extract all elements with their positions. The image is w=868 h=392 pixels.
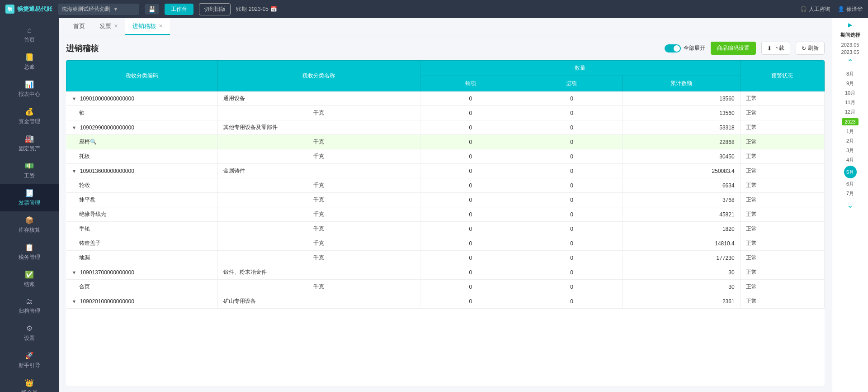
expand-icon[interactable]: ▼: [72, 270, 77, 275]
close-icon[interactable]: ✕: [159, 23, 163, 29]
sidebar-item-archive[interactable]: 🗂 归档管理: [0, 293, 59, 320]
td-warning: 正常: [740, 164, 824, 178]
right-panel: ▶ 期间选择 2023.05 2023.05 ⌃ 8月 9月 10月 11月 1…: [832, 18, 868, 392]
period-item-3[interactable]: 3月: [844, 146, 856, 155]
period-item-1[interactable]: 1月: [844, 127, 856, 136]
td-purchase: 0: [521, 280, 623, 294]
company-selector[interactable]: 沈海英测试经营勿删 ▼: [58, 4, 139, 15]
period-item-12[interactable]: 12月: [843, 107, 857, 117]
td-purchase: 0: [521, 149, 623, 164]
settings-icon: ⚙: [26, 324, 33, 333]
expand-toggle[interactable]: [665, 44, 681, 53]
td-sale: 0: [420, 178, 521, 193]
switch-version-button[interactable]: 切到旧版: [199, 3, 231, 15]
period-item-5-active[interactable]: 5月: [844, 166, 857, 178]
td-purchase: 0: [521, 207, 623, 222]
table-row: ▼ 109010000000000000 通用设备 0 0 13560 正常: [66, 91, 825, 106]
sidebar-item-invoice[interactable]: 🧾 发票管理: [0, 184, 59, 211]
expand-icon[interactable]: ▼: [72, 299, 77, 304]
th-sale: 销项: [420, 76, 521, 91]
period-item-10[interactable]: 10月: [843, 88, 857, 98]
scroll-down-button[interactable]: ⌄: [847, 200, 854, 210]
tab-invoice[interactable]: 发票 ✕: [92, 19, 125, 35]
td-warning: 正常: [740, 236, 824, 251]
period-item-7[interactable]: 7月: [844, 189, 856, 198]
period-item-2023-05-b[interactable]: 2023.05: [840, 48, 861, 56]
search-icon[interactable]: 🔍: [90, 139, 97, 145]
period-item-8[interactable]: 8月: [844, 69, 856, 79]
table-row: 轮毂 千克 0 0 6634 正常: [66, 178, 825, 193]
sidebar-item-label: 畅会员: [21, 389, 38, 392]
td-total: 14810.4: [622, 236, 740, 251]
download-button[interactable]: ⬇ 下载: [761, 42, 790, 55]
page-title: 进销稽核: [66, 43, 99, 54]
td-warning: 正常: [740, 251, 824, 265]
support-label: 人工咨询: [809, 5, 830, 13]
period-item-2[interactable]: 2月: [844, 136, 856, 146]
period-item-2023-05-a[interactable]: 2023.05: [840, 41, 861, 48]
sidebar-item-label: 设置: [24, 335, 35, 342]
sidebar-item-label: 归档管理: [19, 307, 40, 315]
td-unit: 千克: [218, 106, 420, 120]
sidebar-item-tax[interactable]: 📋 税务管理: [0, 239, 59, 266]
td-purchase: 0: [521, 120, 623, 135]
expand-icon[interactable]: ▼: [72, 125, 77, 130]
td-sale: 0: [420, 193, 521, 207]
table-row: 合页 千克 0 0 30 正常: [66, 280, 825, 294]
period-item-9[interactable]: 9月: [844, 79, 856, 88]
close-icon[interactable]: ✕: [114, 23, 118, 29]
refresh-button[interactable]: ↻ 刷新: [796, 42, 825, 55]
td-unit: 千克: [218, 222, 420, 236]
product-code-settings-button[interactable]: 商品编码设置: [711, 42, 756, 55]
sidebar-item-settlement[interactable]: ✅ 结账: [0, 266, 59, 293]
user-menu[interactable]: 👤 徐泽华: [838, 5, 863, 13]
year-label-2023[interactable]: 2023: [842, 118, 858, 125]
sidebar-item-reports[interactable]: 📊 报表中心: [0, 76, 59, 103]
logo-icon: 畅: [5, 5, 14, 14]
expand-icon[interactable]: ▼: [72, 96, 77, 101]
support-link[interactable]: 🎧 人工咨询: [800, 5, 830, 13]
td-total: 45821: [622, 207, 740, 222]
calendar-icon[interactable]: 📅: [270, 6, 277, 12]
period-item-11[interactable]: 11月: [843, 98, 857, 107]
td-tax-name: 其他专用设备及零部件: [218, 120, 420, 135]
td-name: 手轮: [66, 222, 218, 236]
table-row: ▼ 109013700000000000 锻件、粉末冶金件 0 0 30 正常: [66, 265, 825, 280]
table-row: ▼ 109020100000000000 矿山专用设备 0 0 2361 正常: [66, 294, 825, 309]
expand-icon[interactable]: ▼: [72, 168, 77, 174]
panel-collapse-button[interactable]: ▶: [848, 22, 852, 28]
sidebar-item-capital[interactable]: 💰 资金管理: [0, 103, 59, 130]
save-draft-button[interactable]: 💾: [145, 4, 159, 14]
code-value: 109013700000000000: [80, 269, 134, 276]
workbench-button[interactable]: 工作台: [165, 4, 193, 15]
period-item-6[interactable]: 6月: [844, 179, 856, 189]
sidebar-item-settings[interactable]: ⚙ 设置: [0, 320, 59, 347]
scroll-up-button[interactable]: ⌃: [847, 57, 854, 67]
td-total: 53318: [622, 120, 740, 135]
tab-home[interactable]: 首页: [66, 19, 92, 35]
sidebar-item-inventory[interactable]: 📦 库存核算: [0, 211, 59, 239]
td-tax-name: 锻件、粉末冶金件: [218, 265, 420, 280]
td-total: 6634: [622, 178, 740, 193]
td-total: 177230: [622, 251, 740, 265]
td-warning: 正常: [740, 280, 824, 294]
tab-reconcile[interactable]: 进销稽核 ✕: [125, 19, 170, 35]
sidebar-item-salary[interactable]: 💵 工资: [0, 157, 59, 184]
td-name: 绝缘导线壳: [66, 207, 218, 222]
period-item-4[interactable]: 4月: [844, 155, 856, 165]
td-total: 30: [622, 265, 740, 280]
sidebar-item-home[interactable]: ⌂ 首页: [0, 22, 59, 48]
td-sale: 0: [420, 106, 521, 120]
sidebar-item-assets[interactable]: 🏭 固定资产: [0, 130, 59, 157]
settlement-icon: ✅: [25, 270, 34, 279]
sidebar-item-member[interactable]: 👑 畅会员: [0, 374, 59, 392]
td-purchase: 0: [521, 135, 623, 149]
td-name: 托板: [66, 149, 218, 164]
company-name: 沈海英测试经营勿删: [61, 5, 110, 13]
th-warning: 预警状态: [740, 61, 824, 91]
period-select-label: 期间选择: [840, 32, 860, 38]
sidebar-item-guide[interactable]: 🚀 新手引导: [0, 347, 59, 374]
sidebar-item-ledger[interactable]: 📒 总账: [0, 48, 59, 76]
td-purchase: 0: [521, 236, 623, 251]
td-total: 3768: [622, 193, 740, 207]
